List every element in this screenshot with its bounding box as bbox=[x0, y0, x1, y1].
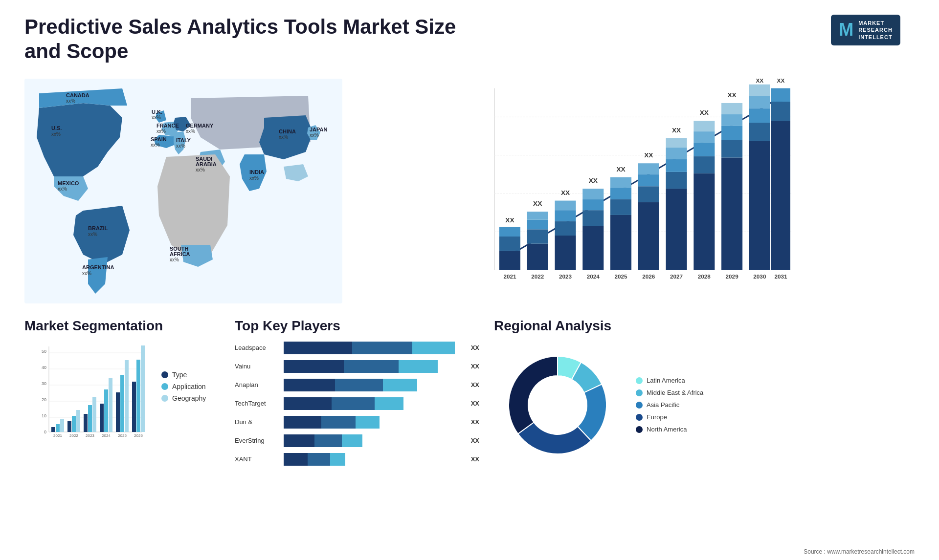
bar-2030-s1 bbox=[749, 141, 770, 270]
legend-type: Type bbox=[161, 371, 206, 379]
bar-2022-s1 bbox=[527, 243, 548, 270]
bar-2030-label: 2030 bbox=[753, 273, 766, 280]
regional-legend-item: Asia Pacific bbox=[636, 401, 703, 409]
player-row: AnaplanXX bbox=[235, 379, 479, 391]
saudi-val: xx% bbox=[196, 167, 205, 172]
svg-rect-28 bbox=[84, 414, 88, 432]
bottom-grid: Market Segmentation 0 10 20 30 40 50 bbox=[24, 318, 915, 472]
bar-2030-s4 bbox=[749, 96, 770, 108]
bar-2021-val: XX bbox=[505, 216, 514, 223]
svg-text:2022: 2022 bbox=[69, 433, 78, 438]
bar-2027-label: 2027 bbox=[670, 273, 683, 280]
player-name: Vainu bbox=[235, 363, 279, 370]
bar-2024-s3 bbox=[582, 199, 604, 210]
regional-legend-item: Europe bbox=[636, 413, 703, 421]
player-name: Anaplan bbox=[235, 381, 279, 388]
bar-2022-s2 bbox=[527, 229, 548, 243]
regional-legend-dot bbox=[636, 402, 643, 409]
uk-val: xx% bbox=[152, 115, 161, 120]
svg-rect-36 bbox=[116, 392, 120, 432]
bar-2029-s1 bbox=[721, 157, 742, 270]
player-bar-container bbox=[284, 360, 462, 373]
bar-2027-val: XX bbox=[672, 126, 681, 133]
player-bar-segment bbox=[284, 453, 308, 466]
bar-2031-s1 bbox=[771, 121, 790, 270]
southafrica-val: xx% bbox=[170, 257, 179, 262]
svg-text:2026: 2026 bbox=[134, 433, 143, 438]
player-bar-segment bbox=[399, 360, 438, 373]
legend-app-label: Application bbox=[172, 383, 206, 390]
regional-legend-item: Latin America bbox=[636, 377, 703, 384]
player-bar-segment bbox=[344, 360, 399, 373]
source-text: Source : www.marketresearchintellect.com bbox=[804, 548, 915, 555]
player-value: XX bbox=[471, 418, 479, 426]
legend-app-dot bbox=[161, 383, 168, 390]
svg-text:50: 50 bbox=[42, 349, 46, 354]
bar-2029-s2 bbox=[721, 140, 742, 157]
bar-2028-s3 bbox=[693, 143, 715, 156]
player-bar-container bbox=[284, 397, 462, 410]
bar-2030-s2 bbox=[749, 123, 770, 141]
player-bar bbox=[284, 342, 462, 354]
mexico-val: xx% bbox=[58, 186, 67, 192]
bar-2027-s3 bbox=[666, 159, 687, 172]
player-bar-segment bbox=[356, 416, 380, 429]
svg-text:10: 10 bbox=[42, 413, 46, 418]
player-bar-segment bbox=[321, 416, 356, 429]
player-row: EverStringXX bbox=[235, 434, 479, 447]
player-bar-container bbox=[284, 342, 462, 354]
player-name: Dun & bbox=[235, 418, 279, 426]
canada-val: xx% bbox=[66, 98, 75, 104]
bar-2023-s1 bbox=[555, 236, 576, 270]
player-value: XX bbox=[471, 363, 479, 370]
logo-area: M MARKET RESEARCH INTELLECT bbox=[817, 15, 915, 45]
player-bar bbox=[284, 453, 462, 466]
top-key-players-section: Top Key Players LeadspaceXXVainuXXAnapla… bbox=[235, 318, 479, 472]
player-name: EverString bbox=[235, 437, 279, 444]
legend-application: Application bbox=[161, 383, 206, 390]
bar-2024-s2 bbox=[582, 210, 604, 226]
svg-text:2025: 2025 bbox=[118, 433, 127, 438]
bar-2027-s2 bbox=[666, 172, 687, 189]
france-label: FRANCE bbox=[156, 123, 179, 129]
player-bar-container bbox=[284, 453, 462, 466]
legend-geo-label: Geography bbox=[172, 394, 206, 402]
france-val: xx% bbox=[156, 129, 166, 134]
japan-val: xx% bbox=[310, 132, 319, 138]
bar-2023-s3 bbox=[555, 210, 576, 221]
svg-rect-30 bbox=[92, 397, 96, 432]
legend-geography: Geography bbox=[161, 394, 206, 402]
bar-2028-val: XX bbox=[700, 109, 709, 116]
spain-val: xx% bbox=[151, 142, 160, 148]
bar-2027-s5 bbox=[666, 138, 687, 148]
svg-text:40: 40 bbox=[42, 365, 46, 370]
player-bar-segment bbox=[352, 342, 412, 354]
regional-legend-item: North America bbox=[636, 426, 703, 433]
regional-legend-label: Asia Pacific bbox=[647, 401, 679, 409]
regional-legend-label: North America bbox=[647, 426, 687, 433]
bar-2022-s3 bbox=[527, 220, 548, 230]
bar-2028-s4 bbox=[693, 131, 715, 142]
market-segmentation-title: Market Segmentation bbox=[24, 318, 220, 334]
bar-chart-svg: XX 2021 XX 2022 XX 2023 bbox=[362, 79, 905, 303]
regional-legend-label: Latin America bbox=[647, 377, 685, 384]
svg-rect-29 bbox=[88, 405, 92, 432]
brazil-val: xx% bbox=[88, 232, 97, 237]
player-bar bbox=[284, 379, 462, 391]
usa-label: U.S. bbox=[51, 125, 62, 131]
spain-label: SPAIN bbox=[151, 136, 167, 142]
bar-2022-s4 bbox=[527, 212, 548, 220]
bar-2026-s1 bbox=[638, 202, 659, 270]
player-bar-segment bbox=[284, 416, 321, 429]
seg-chart-container: 0 10 20 30 40 50 bbox=[24, 342, 220, 449]
bar-2026-label: 2026 bbox=[642, 273, 655, 280]
bar-2031-s2 bbox=[771, 102, 790, 121]
regional-legend-dot bbox=[636, 426, 643, 433]
header: Predictive Sales Analytics Tools Market … bbox=[24, 15, 915, 64]
svg-rect-25 bbox=[72, 416, 76, 432]
svg-rect-22 bbox=[60, 419, 64, 432]
bar-2025-val: XX bbox=[616, 166, 626, 173]
bar-2031-val: XX bbox=[777, 79, 785, 84]
svg-rect-34 bbox=[109, 378, 112, 432]
svg-rect-21 bbox=[56, 424, 60, 432]
